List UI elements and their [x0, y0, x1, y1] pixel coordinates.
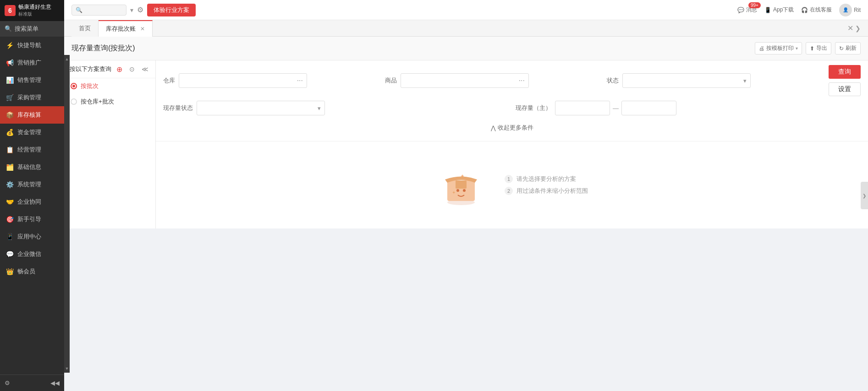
sidebar-item-appstore[interactable]: 📱 应用中心	[0, 228, 64, 245]
status-select[interactable]: ▾	[622, 73, 751, 88]
scheme-panel-title: 按以下方案查询	[70, 65, 111, 73]
online-service-label: 在线客服	[810, 6, 832, 14]
appstore-icon: 📱	[5, 233, 14, 241]
page-title: 现存量查询(按批次)	[71, 43, 135, 53]
app-download-btn[interactable]: 📱 App下载	[764, 6, 794, 14]
online-service-btn[interactable]: 🎧 在线客服	[801, 6, 832, 14]
app-title: 畅康通好生意	[18, 4, 51, 11]
username-label: Rit	[854, 7, 861, 13]
product-dots-btn[interactable]: ···	[519, 76, 525, 85]
settings-btn[interactable]: 设置	[829, 82, 861, 96]
scheme-item-batch[interactable]: 按批次	[64, 78, 155, 94]
basics-label: 基础信息	[17, 163, 41, 171]
filter-product: 商品 ···	[385, 73, 599, 88]
export-btn[interactable]: ⬆ 导出	[806, 42, 831, 54]
sidebar-item-system[interactable]: ⚙️ 系统管理	[0, 176, 64, 193]
side-panel-toggle[interactable]: ❯	[861, 182, 868, 209]
enterprise-icon: 🤝	[5, 198, 14, 206]
vip-icon: 👑	[5, 267, 14, 276]
inventory-status-select[interactable]: ▾	[197, 101, 325, 115]
filter-inventory-status: 现存量状态 ▾	[163, 101, 508, 115]
collapse-conditions-btn[interactable]: ⋀ 收起更多条件	[487, 120, 537, 136]
sidebar-item-quick-nav[interactable]: ⚡ 快捷导航	[0, 37, 64, 54]
print-dropdown-icon[interactable]: ▾	[796, 46, 798, 51]
operations-label: 经营管理	[17, 146, 41, 154]
collapse-label: 收起更多条件	[498, 124, 533, 132]
topbar-search-box[interactable]: 🔍	[71, 5, 126, 16]
scheme-settings-btn[interactable]: ⊙	[127, 64, 137, 74]
purchase-icon: 🛒	[5, 93, 14, 102]
right-panel: 仓库 ··· 商品 ···	[156, 60, 868, 228]
sidebar-item-wechat[interactable]: 💬 企业微信	[0, 245, 64, 263]
sidebar-nav: ⚡ 快捷导航 📢 营销推广 📊 销售管理 🛒 采购管理 📦 库存核算 💰 资金管…	[0, 37, 64, 375]
print-template-btn[interactable]: 🖨 按模板打印 ▾	[755, 42, 802, 54]
messages-icon: 💬	[737, 7, 744, 13]
empty-state: ✦ ✦ 1 请先选择要分析的方案	[156, 141, 868, 228]
wechat-label: 企业微信	[17, 250, 41, 258]
sidebar-footer: ⚙ ◀◀	[0, 375, 64, 391]
collapse-up-icon: ⋀	[491, 125, 496, 131]
sidebar-item-vip[interactable]: 👑 畅会员	[0, 263, 64, 280]
query-btn[interactable]: 查询	[829, 65, 861, 79]
search-menu-label: 搜索菜单	[15, 25, 38, 33]
search-menu[interactable]: 🔍 搜索菜单	[0, 21, 64, 37]
warehouse-dots-btn[interactable]: ···	[297, 76, 303, 85]
product-input[interactable]: ···	[401, 73, 529, 88]
sidebar-item-inventory[interactable]: 📦 库存核算	[0, 106, 64, 124]
collapse-scheme-btn[interactable]: ≪	[140, 64, 150, 74]
sidebar: 6 畅康通好生意 标准版 🔍 搜索菜单 ▲ ▼ ⚡ 快捷导航 📢 营销推广 📊 …	[0, 0, 64, 391]
scheme-panel: 按以下方案查询 ⊕ ⊙ ≪ 按批次 按仓库+批次	[64, 60, 156, 228]
topbar-search-input[interactable]	[85, 7, 122, 13]
sidebar-item-finance[interactable]: 💰 资金管理	[0, 124, 64, 141]
marketing-icon: 📢	[5, 59, 14, 67]
page-actions: 🖨 按模板打印 ▾ ⬆ 导出 ↻ 刷新	[755, 42, 861, 54]
query-btn-area: 查询 设置	[829, 65, 861, 96]
sidebar-item-marketing[interactable]: 📢 营销推广	[0, 54, 64, 71]
refresh-btn[interactable]: ↻ 刷新	[835, 42, 861, 54]
scroll-down-btn[interactable]: ▼	[64, 366, 70, 371]
sidebar-item-sales[interactable]: 📊 销售管理	[0, 71, 64, 89]
topbar-dropdown-arrow[interactable]: ▾	[130, 6, 133, 14]
topbar-settings-icon[interactable]: ⚙	[137, 5, 143, 14]
sidebar-scrollbar[interactable]: ▲ ▼	[64, 55, 70, 373]
warehouse-input[interactable]: ···	[179, 73, 307, 88]
tab-actions: ✕ ❯	[847, 24, 861, 33]
sidebar-item-enterprise[interactable]: 🤝 企业协同	[0, 193, 64, 211]
collapse-row: ⋀ 收起更多条件	[163, 117, 861, 136]
marketing-label: 营销推广	[17, 59, 41, 67]
tab-close-btn[interactable]: ✕	[140, 26, 145, 32]
sidebar-collapse-btn[interactable]: ◀◀	[50, 380, 60, 386]
add-scheme-btn[interactable]: ⊕	[114, 64, 124, 74]
filter-section: 仓库 ··· 商品 ···	[156, 60, 868, 141]
sidebar-item-operations[interactable]: 📋 经营管理	[0, 141, 64, 158]
sidebar-item-purchase[interactable]: 🛒 采购管理	[0, 89, 64, 106]
tab-close-panel-btn[interactable]: ✕	[847, 24, 853, 33]
system-label: 系统管理	[17, 180, 41, 189]
tab-inventory-batch-label: 库存批次账	[106, 25, 136, 33]
user-info-btn[interactable]: 👤 Rit	[839, 4, 861, 16]
scheme-item-warehouse-batch[interactable]: 按仓库+批次	[64, 94, 155, 109]
svg-rect-2	[456, 180, 467, 189]
tab-inventory-batch[interactable]: 库存批次账 ✕	[99, 20, 153, 37]
inventory-label: 库存核算	[17, 111, 41, 119]
tip-1-text: 请先选择要分析的方案	[516, 175, 576, 183]
tab-home[interactable]: 首页	[71, 20, 99, 37]
inventory-main-from[interactable]	[555, 101, 610, 115]
status-arrow-icon: ▾	[743, 77, 747, 84]
scheme-label-warehouse-batch: 按仓库+批次	[81, 98, 114, 106]
tab-expand-btn[interactable]: ❯	[855, 25, 861, 32]
sidebar-item-basics[interactable]: 🗂️ 基础信息	[0, 158, 64, 176]
inventory-main-label: 现存量（主）	[516, 104, 551, 112]
sidebar-item-newuser[interactable]: 🎯 新手引导	[0, 211, 64, 228]
experience-btn[interactable]: 体验行业方案	[147, 4, 196, 16]
messages-btn[interactable]: 💬 消息 99+	[737, 6, 757, 14]
empty-content: ✦ ✦ 1 请先选择要分析的方案	[436, 160, 588, 210]
filter-row-2: 现存量状态 ▾ 现存量（主） —	[163, 101, 861, 115]
scroll-up-btn[interactable]: ▲	[64, 57, 70, 61]
app-download-icon: 📱	[764, 7, 771, 13]
inventory-main-to[interactable]	[621, 101, 676, 115]
scheme-radio-batch	[71, 83, 77, 89]
vip-label: 畅会员	[17, 267, 35, 276]
sidebar-settings-btn[interactable]: ⚙	[5, 380, 10, 386]
app-download-label: App下载	[773, 6, 794, 14]
